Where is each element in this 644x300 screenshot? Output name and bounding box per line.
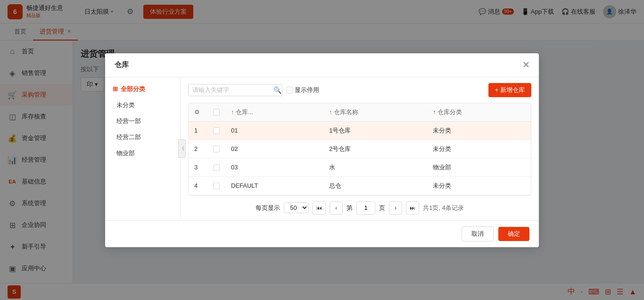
row-4-checkbox[interactable] bbox=[207, 176, 225, 195]
last-page-button[interactable]: ⏭ bbox=[406, 201, 419, 215]
category-panel: ⊞ 全部分类 未分类 经营一部 经营二部 物业部 《 bbox=[105, 77, 181, 220]
row-2-code: 02 bbox=[225, 140, 323, 158]
warehouse-table: ⚙ ↑ 仓库... ↑ bbox=[188, 103, 531, 196]
row-2-checkbox[interactable] bbox=[207, 140, 225, 158]
row-1-checkbox[interactable] bbox=[207, 121, 225, 140]
search-input[interactable] bbox=[192, 86, 272, 93]
show-disabled-checkbox[interactable] bbox=[286, 87, 293, 93]
row-1-code: 01 bbox=[225, 121, 323, 140]
category-all-item[interactable]: ⊞ 全部分类 bbox=[105, 81, 180, 97]
category-all-label: 全部分类 bbox=[121, 85, 145, 93]
row-3-code: 03 bbox=[225, 158, 323, 176]
th-warehouse-name[interactable]: ↑ 仓库名称 bbox=[323, 103, 427, 122]
sort-icon: ↑ bbox=[231, 108, 234, 116]
page-number-input[interactable] bbox=[356, 201, 375, 215]
search-box[interactable]: 🔍 bbox=[188, 84, 282, 96]
row-4-index: 4 bbox=[189, 176, 207, 195]
modal-close-icon[interactable]: ✕ bbox=[522, 60, 529, 70]
sort-icon-3: ↑ bbox=[433, 108, 436, 116]
modal-overlay: 仓库 ✕ ⊞ 全部分类 未分类 经营一部 经营二部 bbox=[0, 0, 644, 300]
th-warehouse-code[interactable]: ↑ 仓库... bbox=[225, 103, 323, 122]
total-info: 共1页, 4条记录 bbox=[423, 204, 464, 212]
row-1-name: 1号仓库 bbox=[323, 121, 427, 140]
data-toolbar-left: 🔍 显示停用 bbox=[188, 84, 319, 96]
row-3-category: 物业部 bbox=[427, 158, 531, 176]
collapse-panel-button[interactable]: 《 bbox=[178, 139, 186, 158]
table-row[interactable]: 3 03 水 物业部 bbox=[189, 158, 531, 176]
th-checkbox[interactable] bbox=[207, 103, 225, 122]
prev-page-button[interactable]: ‹ bbox=[330, 201, 343, 215]
th-gear[interactable]: ⚙ bbox=[189, 103, 207, 122]
show-disabled-label[interactable]: 显示停用 bbox=[286, 86, 319, 94]
category-item-2[interactable]: 经营一部 bbox=[105, 113, 180, 129]
modal-title: 仓库 bbox=[115, 60, 129, 69]
row-4-name: 总仓 bbox=[323, 176, 427, 195]
cancel-button[interactable]: 取消 bbox=[462, 226, 494, 242]
new-warehouse-button[interactable]: + 新增仓库 bbox=[488, 83, 531, 97]
modal-body: ⊞ 全部分类 未分类 经营一部 经营二部 物业部 《 bbox=[105, 77, 539, 220]
sort-icon-2: ↑ bbox=[329, 108, 332, 116]
table-row[interactable]: 2 02 2号仓库 未分类 bbox=[189, 140, 531, 158]
row-3-index: 3 bbox=[189, 158, 207, 176]
confirm-button[interactable]: 确定 bbox=[498, 227, 529, 241]
per-page-label: 每页显示 bbox=[256, 204, 280, 212]
row-4-category: 未分类 bbox=[427, 176, 531, 195]
data-toolbar: 🔍 显示停用 + 新增仓库 bbox=[188, 83, 531, 97]
category-item-1[interactable]: 未分类 bbox=[105, 97, 180, 113]
pagination-area: 每页显示 50 ⏮ ‹ 第 页 › ⏭ 共1页, 4条记录 bbox=[188, 196, 531, 220]
category-item-3[interactable]: 经营二部 bbox=[105, 129, 180, 145]
gear-icon: ⚙ bbox=[194, 108, 200, 116]
category-item-4[interactable]: 物业部 bbox=[105, 145, 180, 161]
table-row[interactable]: 4 DEFAULT 总仓 未分类 bbox=[189, 176, 531, 195]
row-2-name: 2号仓库 bbox=[323, 140, 427, 158]
modal-footer: 取消 确定 bbox=[105, 220, 539, 247]
page-label: 页 bbox=[379, 204, 385, 212]
th-warehouse-category[interactable]: ↑ 仓库分类 bbox=[427, 103, 531, 122]
per-page-select[interactable]: 50 bbox=[284, 202, 309, 213]
modal-header: 仓库 ✕ bbox=[105, 53, 539, 77]
show-disabled-text: 显示停用 bbox=[295, 86, 319, 94]
row-4-code: DEFAULT bbox=[225, 176, 323, 195]
row-2-index: 2 bbox=[189, 140, 207, 158]
row-2-category: 未分类 bbox=[427, 140, 531, 158]
data-panel: 🔍 显示停用 + 新增仓库 bbox=[181, 77, 539, 220]
first-page-button[interactable]: ⏮ bbox=[313, 201, 326, 215]
grid-icon: ⊞ bbox=[113, 85, 118, 92]
search-icon[interactable]: 🔍 bbox=[273, 86, 281, 94]
row-1-index: 1 bbox=[189, 121, 207, 140]
table-header-row: ⚙ ↑ 仓库... ↑ bbox=[189, 103, 531, 122]
row-1-category: 未分类 bbox=[427, 121, 531, 140]
header-checkbox[interactable] bbox=[213, 109, 220, 116]
warehouse-modal: 仓库 ✕ ⊞ 全部分类 未分类 经营一部 经营二部 bbox=[105, 53, 539, 247]
table-row[interactable]: 1 01 1号仓库 未分类 bbox=[189, 121, 531, 140]
row-3-name: 水 bbox=[323, 158, 427, 176]
next-page-button[interactable]: › bbox=[389, 201, 402, 215]
page-word: 第 bbox=[347, 204, 353, 212]
row-3-checkbox[interactable] bbox=[207, 158, 225, 176]
